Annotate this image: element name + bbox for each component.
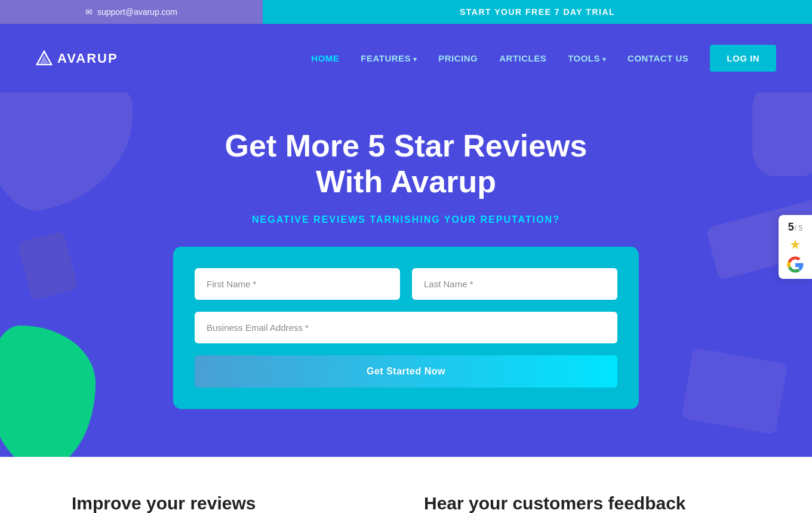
bottom-col-1: Improve your reviews — [72, 493, 388, 513]
nav-link-tools[interactable]: TOOLS — [568, 53, 606, 63]
signup-form-card: Get Started Now — [173, 247, 639, 409]
email-icon: ✉ — [85, 7, 93, 17]
navbar: AVARUP HOME FEATURES PRICING ARTICLES TO… — [0, 24, 812, 93]
name-row — [195, 268, 617, 300]
support-email[interactable]: support@avarup.com — [97, 7, 177, 17]
email-input[interactable] — [195, 312, 617, 343]
first-name-input[interactable] — [195, 268, 400, 300]
nav-item-contact[interactable]: CONTACT US — [628, 53, 688, 64]
get-started-button[interactable]: Get Started Now — [195, 355, 617, 388]
nav-item-articles[interactable]: ARTICLES — [499, 53, 546, 64]
google-icon — [787, 256, 804, 273]
nav-link-home[interactable]: HOME — [311, 53, 339, 63]
bottom-col-2: Hear your customers feedback — [424, 493, 740, 513]
nav-link-contact[interactable]: CONTACT US — [628, 53, 688, 63]
trial-cta-bar[interactable]: START YOUR FREE 7 DAY TRIAL — [263, 0, 812, 24]
nav-links: HOME FEATURES PRICING ARTICLES TOOLS CON… — [311, 53, 688, 64]
nav-link-features[interactable]: FEATURES — [361, 53, 417, 63]
logo[interactable]: AVARUP — [36, 50, 118, 67]
rating-widget: 5 / 5 ★ — [779, 215, 812, 279]
logo-text: AVARUP — [57, 51, 118, 66]
nav-link-articles[interactable]: ARTICLES — [499, 53, 546, 63]
nav-link-pricing[interactable]: PRICING — [438, 53, 478, 63]
hero-title: Get More 5 Star Reviews With Avarup — [197, 128, 615, 200]
last-name-input[interactable] — [412, 268, 617, 300]
login-button[interactable]: LOG IN — [710, 45, 776, 72]
top-bar: ✉ support@avarup.com START YOUR FREE 7 D… — [0, 0, 812, 24]
rating-star: ★ — [789, 237, 801, 253]
nav-item-tools[interactable]: TOOLS — [568, 53, 606, 64]
email-bar[interactable]: ✉ support@avarup.com — [0, 0, 263, 24]
hero-content: Get More 5 Star Reviews With Avarup NEGA… — [0, 93, 812, 409]
trial-cta-label: START YOUR FREE 7 DAY TRIAL — [460, 7, 615, 17]
nav-item-features[interactable]: FEATURES — [361, 53, 417, 64]
bottom-title-1: Improve your reviews — [72, 493, 388, 513]
bottom-section: Improve your reviews Hear your customers… — [0, 457, 812, 513]
bottom-title-2: Hear your customers feedback — [424, 493, 740, 513]
nav-item-home[interactable]: HOME — [311, 53, 339, 64]
nav-item-pricing[interactable]: PRICING — [438, 53, 478, 64]
rating-score: 5 / 5 — [788, 221, 802, 234]
logo-icon — [36, 50, 53, 67]
hero-section: Get More 5 Star Reviews With Avarup NEGA… — [0, 93, 812, 457]
hero-subtitle: NEGATIVE REVIEWS TARNISHING YOUR REPUTAT… — [252, 214, 560, 225]
